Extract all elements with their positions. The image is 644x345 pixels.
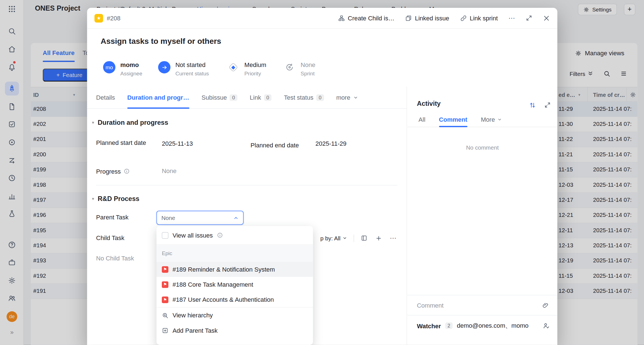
child-task-toolbar: p by: All ⋯	[320, 234, 396, 242]
group-header-epic: Epic	[157, 245, 313, 262]
tab-comment[interactable]: Comment	[439, 112, 467, 127]
status-arrow-icon	[158, 61, 171, 73]
info-icon[interactable]	[124, 168, 130, 174]
sprint-field[interactable]: NoneSprint	[283, 61, 315, 77]
tab-link[interactable]: Link0	[250, 86, 272, 108]
parent-task-label: Parent Task	[96, 212, 129, 222]
tab-subissue[interactable]: Subissue0	[202, 86, 237, 108]
planned-start-value[interactable]: 2025-11-13	[162, 140, 193, 147]
chevron-up-icon	[233, 215, 239, 221]
group-by-select[interactable]: p by: All	[320, 235, 347, 241]
watcher-count-badge: 2	[445, 322, 453, 329]
tab-details[interactable]: Details	[96, 86, 115, 108]
info-icon[interactable]	[217, 232, 223, 238]
count-badge: 0	[316, 94, 324, 101]
chevron-down-icon	[353, 95, 358, 100]
section-rd-process[interactable]: ▼ R&D Process	[91, 195, 139, 202]
tab-duration-progress[interactable]: Duration and progr…	[127, 86, 189, 108]
issue-tabs: Details Duration and progr… Subissue0 Li…	[87, 87, 407, 109]
epic-option[interactable]: ⚑ #187 User Accounts & Authentication	[157, 292, 313, 307]
fullscreen-icon[interactable]	[526, 15, 532, 21]
chevron-down-icon	[497, 117, 502, 122]
tab-more[interactable]: more	[336, 86, 358, 108]
expand-activity-icon[interactable]	[544, 102, 551, 108]
epic-flag-icon: ⚑	[162, 281, 169, 288]
status-field[interactable]: Not startedCurrent status	[158, 61, 209, 77]
count-badge: 0	[230, 94, 237, 101]
parent-task-select[interactable]: None	[157, 211, 244, 225]
collapse-triangle-icon: ▼	[91, 121, 95, 125]
linked-issue-button[interactable]: Linked issue	[405, 15, 449, 21]
epic-flag-icon: ⚑	[162, 266, 169, 273]
watcher-row: Watcher 2 demo@ones.com、momo	[408, 315, 557, 345]
child-task-label: Child Task	[96, 233, 124, 243]
epic-options: ⚑ #189 Reminder & Notification System ⚑ …	[157, 262, 313, 307]
watcher-label: Watcher	[417, 322, 441, 329]
epic-option[interactable]: ⚑ #189 Reminder & Notification System	[157, 262, 313, 277]
issue-title: Assign tasks to myself or others	[101, 37, 221, 46]
comment-placeholder: Comment	[417, 302, 542, 309]
add-parent-task-option[interactable]: Add Parent Task	[157, 323, 313, 338]
priority-diamond-icon	[227, 61, 240, 73]
sprint-icon	[283, 61, 296, 73]
planned-start-label: Planned start date	[96, 137, 150, 148]
count-badge: 0	[264, 94, 271, 101]
tab-all[interactable]: All	[418, 112, 425, 127]
app-window: de » ONES Project Project #Default 3: Mu…	[0, 0, 644, 345]
assignee-avatar: mo	[103, 61, 115, 73]
add-watcher-icon[interactable]	[543, 322, 550, 329]
planned-end-value[interactable]: 2025-11-29	[315, 140, 346, 147]
star-icon[interactable]: ★	[94, 14, 103, 22]
attachment-paperclip-icon[interactable]	[542, 302, 549, 309]
tab-more[interactable]: More	[481, 112, 502, 127]
view-all-issues-option[interactable]: View all issues	[157, 226, 313, 245]
planned-end-label: Planned end date	[250, 140, 299, 150]
close-icon[interactable]	[543, 15, 550, 21]
priority-field[interactable]: MediumPriority	[227, 61, 266, 77]
activity-title: Activity	[417, 100, 441, 107]
subtree-icon	[338, 15, 345, 21]
no-comment-text: No comment	[408, 144, 557, 151]
more-options-icon[interactable]: ⋯	[390, 234, 396, 242]
divider	[96, 185, 398, 185]
screen: de » ONES Project Project #Default 3: Mu…	[0, 0, 644, 345]
watcher-names[interactable]: demo@ones.com、momo	[457, 322, 528, 330]
epic-flag-icon: ⚑	[162, 296, 169, 303]
sort-order-icon[interactable]	[529, 102, 536, 109]
square-plus-icon	[162, 327, 169, 334]
modal-header: ★ #208 Create Child is… Linked issue Lin…	[87, 8, 557, 29]
progress-value[interactable]: None	[162, 167, 177, 174]
linked-cards-icon	[405, 15, 412, 21]
no-child-task-text: No Child Task	[96, 255, 134, 262]
more-actions-icon[interactable]: ⋯	[508, 14, 515, 22]
collapse-triangle-icon: ▼	[91, 197, 95, 201]
section-duration[interactable]: ▼ Duration and progress	[91, 119, 168, 126]
assignee-field[interactable]: mo momoAssignee	[103, 61, 142, 77]
epic-option-label: #189 Reminder & Notification System	[172, 266, 275, 273]
link-sprint-button[interactable]: Link sprint	[460, 15, 498, 21]
add-child-icon[interactable]	[375, 235, 382, 241]
issue-id: #208	[107, 15, 120, 21]
create-child-issue-button[interactable]: Create Child is…	[338, 15, 394, 21]
toolbar-divider	[354, 234, 354, 242]
epic-option[interactable]: ⚑ #188 Core Task Management	[157, 277, 313, 292]
view-hierarchy-option[interactable]: View hierarchy	[157, 308, 313, 323]
activity-panel: Activity All Comment More No comment Com…	[408, 87, 557, 345]
parent-task-dropdown: View all issues Epic ⚑ #189 Reminder & N…	[157, 226, 313, 345]
issue-attributes: mo momoAssignee Not startedCurrent statu…	[87, 59, 557, 84]
comment-input[interactable]: Comment	[408, 295, 557, 315]
tab-test-status[interactable]: Test status0	[284, 86, 324, 108]
progress-label: Progress	[96, 166, 130, 176]
view-hierarchy-icon	[162, 312, 169, 318]
epic-option-label: #188 Core Task Management	[172, 281, 253, 288]
epic-option-label: #187 User Accounts & Authentication	[172, 296, 274, 303]
chain-link-icon	[460, 15, 467, 21]
activity-tabs: All Comment More	[408, 112, 557, 127]
view-all-checkbox[interactable]	[162, 232, 169, 239]
chevron-down-icon	[343, 236, 347, 240]
board-view-icon[interactable]	[361, 234, 368, 241]
